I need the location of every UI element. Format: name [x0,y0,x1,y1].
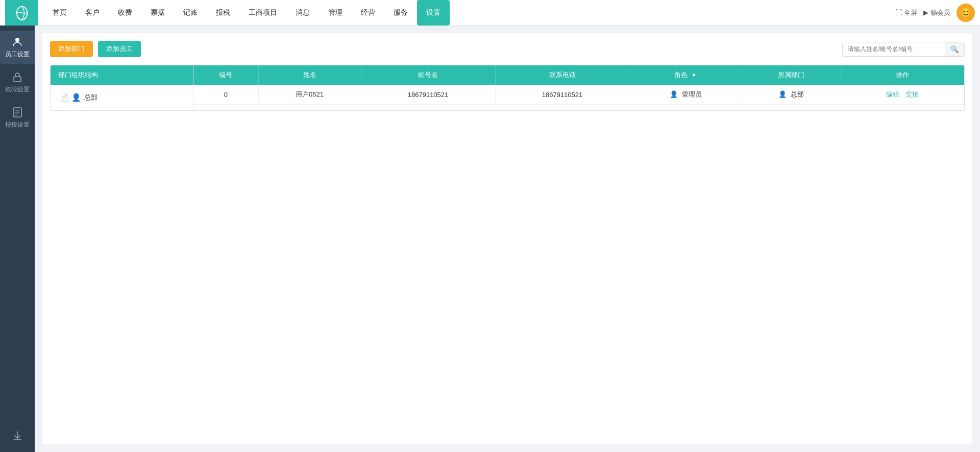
logo [5,0,38,26]
svg-rect-2 [13,108,21,117]
handover-link[interactable]: 交接 [905,90,919,98]
body-layout: 部门组织结构 📄 👤 总部 编号 姓名 账号名 [50,65,965,111]
search-input[interactable] [843,42,945,56]
nav-business[interactable]: 工商项目 [239,0,286,26]
add-dept-button[interactable]: 添加部门 [50,41,93,57]
fullscreen-btn[interactable]: ⛶ 全屏 [895,8,917,17]
nav-invoice[interactable]: 票据 [141,0,174,26]
toolbar: 添加部门 添加员工 🔍 [50,41,965,57]
nav-manage[interactable]: 管理 [319,0,352,26]
dept-person-icon: 👤 [778,90,787,98]
col-header-action: 操作 [841,65,964,85]
file-icon: 📄 [60,93,68,102]
member-label: 畅会员 [930,8,950,17]
nav-operation[interactable]: 经营 [352,0,384,26]
col-header-dept: 所属部门 [742,65,841,85]
tree-item-label: 总部 [84,93,97,102]
search-bar: 🔍 [842,42,965,57]
sidebar-item-tax-label: 报税设置 [5,121,30,129]
tree-panel: 部门组织结构 📄 👤 总部 [51,65,193,110]
sidebar-item-employee-label: 员工设置 [5,50,30,59]
sidebar-item-permissions-label: 权限设置 [5,85,30,94]
filter-icon: ▼ [691,72,697,78]
sidebar-item-employee[interactable]: 员工设置 [0,31,35,64]
nav-settings[interactable]: 设置 [417,0,450,26]
cell-dept: 👤 总部 [742,85,841,105]
fullscreen-icon: ⛶ [895,9,902,16]
svg-point-0 [15,38,19,42]
search-button[interactable]: 🔍 [945,42,964,56]
table-row: 0 用户0521 18679110521 18679110521 👤 管理员 👤… [193,85,964,105]
sidebar-download[interactable] [0,424,35,447]
nav-bookkeeping[interactable]: 记账 [174,0,207,26]
sidebar-item-permissions[interactable]: 权限设置 [0,66,35,99]
nav-customer[interactable]: 客户 [76,0,109,26]
video-icon: ▶ [923,9,928,16]
col-header-id: 编号 [193,65,258,85]
edit-link[interactable]: 编辑 [886,90,899,98]
person-icon [11,36,23,48]
col-header-role[interactable]: 角色 ▼ [629,65,742,85]
cell-name: 用户0521 [258,85,361,105]
tax-icon [11,106,23,118]
main-content: 添加部门 添加员工 🔍 部门组织结构 📄 👤 总部 [35,26,980,452]
cell-account: 18679110521 [361,85,495,105]
table-header-row: 编号 姓名 账号名 联系电话 角色 ▼ 所属部门 操作 [193,65,964,85]
cell-id: 0 [193,85,258,105]
tree-header: 部门组织结构 [51,65,193,85]
sidebar-item-tax[interactable]: 报税设置 [0,101,35,134]
fullscreen-label: 全屏 [904,8,917,17]
cell-action: 编辑 交接 [841,85,964,105]
svg-rect-1 [14,77,21,82]
nav-home[interactable]: 首页 [43,0,76,26]
sidebar: 员工设置 权限设置 报税设置 [0,26,35,452]
tree-person-icon: 👤 [71,93,81,102]
employee-table: 编号 姓名 账号名 联系电话 角色 ▼ 所属部门 操作 [193,65,964,105]
add-staff-button[interactable]: 添加员工 [98,41,141,57]
content-card: 添加部门 添加员工 🔍 部门组织结构 📄 👤 总部 [42,33,972,444]
member-btn[interactable]: ▶ 畅会员 [923,8,950,17]
role-person-icon: 👤 [670,90,678,98]
tree-body: 📄 👤 总部 [51,85,193,110]
nav-right-area: ⛶ 全屏 ▶ 畅会员 😊 [895,4,975,22]
col-header-phone: 联系电话 [495,65,629,85]
cell-role: 👤 管理员 [629,85,742,105]
nav-tax[interactable]: 报税 [207,0,239,26]
top-navigation: 首页 客户 收费 票据 记账 报税 工商项目 消息 管理 经营 服务 设置 ⛶ … [0,0,980,26]
nav-menu: 首页 客户 收费 票据 记账 报税 工商项目 消息 管理 经营 服务 设置 [43,0,895,26]
nav-billing[interactable]: 收费 [109,0,141,26]
tree-item-root[interactable]: 📄 👤 总部 [56,90,188,105]
nav-service[interactable]: 服务 [384,0,417,26]
lock-icon [11,71,23,83]
nav-message[interactable]: 消息 [286,0,319,26]
search-icon: 🔍 [950,45,959,53]
col-header-account: 账号名 [361,65,495,85]
table-panel: 编号 姓名 账号名 联系电话 角色 ▼ 所属部门 操作 [193,65,964,110]
user-avatar[interactable]: 😊 [957,4,975,22]
col-header-name: 姓名 [258,65,361,85]
cell-phone: 18679110521 [495,85,629,105]
download-icon [11,430,23,442]
